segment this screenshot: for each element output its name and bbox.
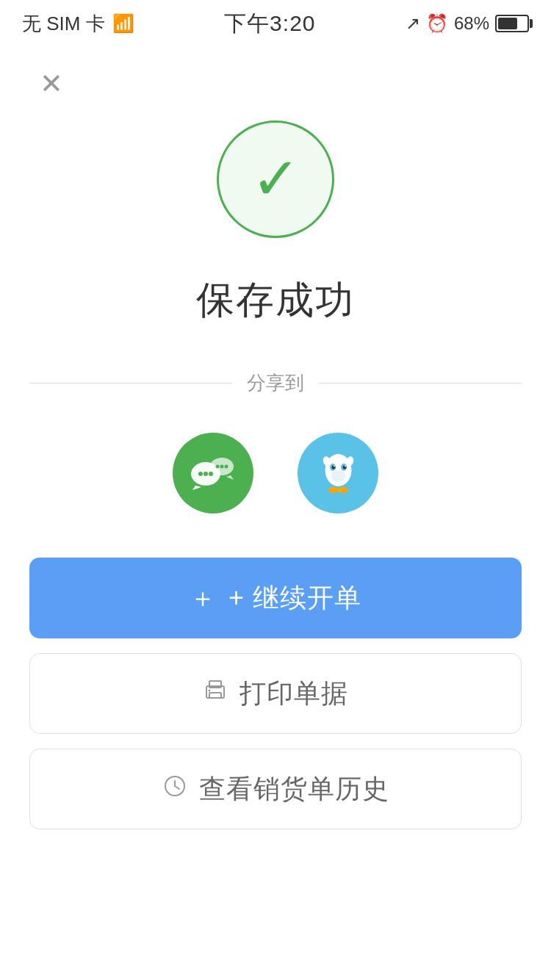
wechat-share-button[interactable] [173, 433, 253, 514]
checkmark-icon: ✓ [251, 150, 300, 209]
share-divider: 分享到 [29, 370, 522, 396]
battery-icon [495, 15, 529, 32]
success-icon-circle: ✓ [217, 120, 334, 238]
svg-point-6 [220, 464, 223, 468]
svg-point-16 [331, 470, 345, 482]
continue-label: + 继续开单 [228, 580, 361, 616]
svg-rect-23 [209, 693, 221, 698]
print-icon [203, 678, 228, 709]
status-time: 下午3:20 [224, 9, 315, 39]
location-icon: ↗ [406, 13, 420, 34]
qq-icon [318, 450, 359, 497]
no-sim-label: 无 SIM 卡 [22, 11, 105, 37]
wifi-icon: 📶 [112, 13, 134, 34]
svg-point-2 [204, 472, 208, 476]
svg-point-11 [334, 465, 335, 466]
battery-percent: 68% [454, 13, 489, 34]
svg-point-19 [328, 487, 339, 493]
share-label: 分享到 [232, 370, 319, 396]
share-icons [29, 433, 522, 514]
close-button[interactable]: ✕ [29, 62, 73, 106]
main-content: ✕ ✓ 保存成功 分享到 [0, 47, 551, 829]
svg-point-20 [338, 487, 348, 493]
svg-point-5 [215, 464, 219, 468]
svg-point-1 [198, 472, 203, 476]
battery-fill [498, 18, 517, 29]
action-buttons: ＋ + 继续开单 打印单据 [29, 558, 522, 829]
history-label: 查看销货单历史 [199, 771, 389, 807]
success-title: 保存成功 [196, 275, 355, 326]
status-left: 无 SIM 卡 📶 [22, 11, 134, 37]
svg-point-7 [224, 464, 228, 468]
history-button[interactable]: 查看销货单历史 [29, 749, 522, 829]
print-button[interactable]: 打印单据 [29, 653, 522, 734]
status-right: ↗ ⏰ 68% [406, 13, 529, 34]
svg-point-3 [209, 472, 213, 476]
qq-share-button[interactable] [298, 433, 378, 514]
alarm-icon: ⏰ [426, 13, 448, 34]
share-section: 分享到 [29, 370, 522, 514]
svg-point-24 [209, 690, 211, 692]
print-label: 打印单据 [240, 676, 348, 712]
continue-button[interactable]: ＋ + 继续开单 [29, 558, 522, 638]
plus-icon: ＋ [190, 580, 217, 616]
status-bar: 无 SIM 卡 📶 下午3:20 ↗ ⏰ 68% [0, 0, 551, 47]
wechat-icon [190, 453, 237, 494]
history-icon [162, 774, 187, 804]
svg-point-14 [345, 465, 346, 466]
svg-line-27 [175, 786, 179, 789]
close-icon: ✕ [40, 70, 63, 98]
